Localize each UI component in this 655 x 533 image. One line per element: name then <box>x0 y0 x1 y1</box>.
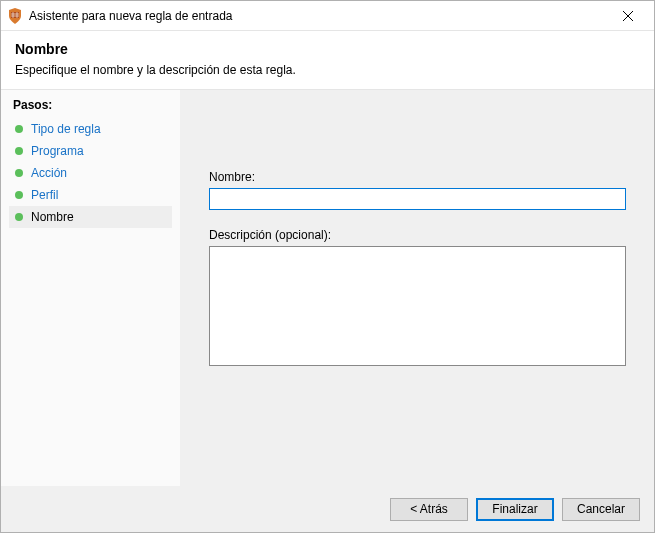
step-bullet-icon <box>15 169 23 177</box>
window-title: Asistente para nueva regla de entrada <box>29 9 608 23</box>
svg-rect-0 <box>11 12 19 18</box>
description-input[interactable] <box>209 246 626 366</box>
step-label: Nombre <box>31 210 74 224</box>
step-perfil[interactable]: Perfil <box>9 184 172 206</box>
finish-button[interactable]: Finalizar <box>476 498 554 521</box>
wizard-content: Nombre: Descripción (opcional): <box>181 90 654 486</box>
steps-heading: Pasos: <box>9 96 172 118</box>
page-heading: Nombre <box>15 41 640 57</box>
name-label: Nombre: <box>209 170 626 184</box>
step-accion[interactable]: Acción <box>9 162 172 184</box>
titlebar: Asistente para nueva regla de entrada <box>1 1 654 31</box>
step-label: Programa <box>31 144 84 158</box>
step-tipo-de-regla[interactable]: Tipo de regla <box>9 118 172 140</box>
wizard-window: Asistente para nueva regla de entrada No… <box>0 0 655 533</box>
back-button[interactable]: < Atrás <box>390 498 468 521</box>
step-nombre[interactable]: Nombre <box>9 206 172 228</box>
step-bullet-icon <box>15 191 23 199</box>
step-label: Tipo de regla <box>31 122 101 136</box>
close-icon <box>623 11 633 21</box>
step-label: Perfil <box>31 188 58 202</box>
cancel-button[interactable]: Cancelar <box>562 498 640 521</box>
wizard-body: Pasos: Tipo de regla Programa Acción Per… <box>1 89 654 486</box>
step-bullet-icon <box>15 147 23 155</box>
page-subtitle: Especifique el nombre y la descripción d… <box>15 63 640 77</box>
steps-sidebar: Pasos: Tipo de regla Programa Acción Per… <box>1 90 181 486</box>
close-button[interactable] <box>608 1 648 31</box>
step-bullet-icon <box>15 213 23 221</box>
wizard-header: Nombre Especifique el nombre y la descri… <box>1 31 654 89</box>
firewall-icon <box>7 8 23 24</box>
description-label: Descripción (opcional): <box>209 228 626 242</box>
step-programa[interactable]: Programa <box>9 140 172 162</box>
step-label: Acción <box>31 166 67 180</box>
step-bullet-icon <box>15 125 23 133</box>
wizard-footer: < Atrás Finalizar Cancelar <box>1 486 654 532</box>
name-input[interactable] <box>209 188 626 210</box>
